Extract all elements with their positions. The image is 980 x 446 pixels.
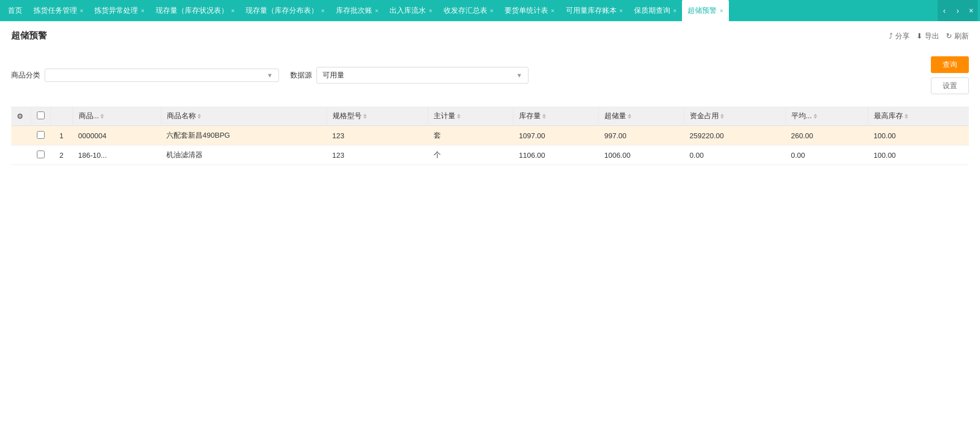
nav-item-2[interactable]: 拣货异常处理 × (89, 0, 150, 21)
capital-sort-icon (720, 114, 724, 119)
row-avg-1: 0.00 (785, 146, 868, 165)
nav-item-0[interactable]: 首页 (2, 0, 28, 21)
refresh-label: 刷新 (954, 31, 969, 41)
row-check-1 (31, 146, 50, 165)
nav-item-3[interactable]: 现存量（库存状况表） × (150, 0, 240, 21)
export-label: 导出 (925, 31, 939, 41)
row-spec-1: 123 (326, 146, 428, 165)
nav-item-6[interactable]: 出入库流水 × (384, 0, 438, 21)
max-stock-column-header[interactable]: 最高库存 (868, 106, 969, 126)
row-spec-0: 123 (326, 126, 428, 146)
table-row: 1 0000004 六配套新昌490BPG 123 套 1097.00 997.… (11, 126, 969, 146)
datasource-arrow-icon: ▼ (516, 72, 522, 79)
row-check-0 (31, 126, 50, 146)
max-stock-sort-icon (905, 114, 908, 119)
share-label: 分享 (895, 31, 910, 41)
product-name-sort-icon (198, 114, 201, 119)
nav-close-4[interactable]: × (321, 7, 324, 14)
category-filter: 商品分类 ▼ (11, 69, 279, 82)
unit-sort-icon (457, 114, 460, 119)
product-code-sort-icon (100, 114, 104, 119)
table-row: 2 186-10... 机油滤清器 123 个 1106.00 1006.00 … (11, 146, 969, 165)
row-capital-0: 259220.00 (684, 126, 786, 146)
overstock-column-header[interactable]: 超储量 (599, 106, 684, 126)
unit-column-header[interactable]: 主计量 (428, 106, 513, 126)
share-icon: ⤴ (889, 32, 893, 40)
row-unit-0: 套 (428, 126, 513, 146)
nav-close-arrow[interactable]: × (964, 0, 978, 21)
row-overstock-1: 1006.00 (599, 146, 684, 165)
nav-next-arrow[interactable]: › (951, 0, 964, 21)
row-capital-1: 0.00 (684, 146, 786, 165)
select-all-checkbox[interactable] (37, 112, 45, 119)
nav-close-10[interactable]: × (673, 7, 676, 14)
share-button[interactable]: ⤴ 分享 (889, 31, 910, 41)
query-button[interactable]: 查询 (931, 56, 969, 73)
row-product-name-1: 机油滤清器 (161, 146, 326, 165)
product-name-column-header[interactable]: 商品名称 (161, 106, 326, 126)
row-unit-1: 个 (428, 146, 513, 165)
datasource-select[interactable]: 可用量 ▼ (316, 67, 529, 84)
nav-close-5[interactable]: × (375, 7, 378, 14)
avg-sort-icon (814, 114, 817, 119)
page-header: 超储预警 ⤴ 分享 ⬇ 导出 ↻ 刷新 (11, 30, 969, 42)
category-select[interactable]: ▼ (45, 69, 279, 82)
nav-item-11[interactable]: 超储预警 × (682, 0, 728, 21)
row-max-stock-0: 100.00 (868, 126, 969, 146)
num-column-header (50, 106, 73, 126)
export-icon: ⬇ (916, 32, 923, 40)
capital-column-header[interactable]: 资金占用 (684, 106, 786, 126)
nav-item-5[interactable]: 库存批次账 × (330, 0, 384, 21)
row-num-0: 1 (50, 126, 73, 146)
nav-item-7[interactable]: 收发存汇总表 × (438, 0, 499, 21)
top-nav: 首页拣货任务管理 ×拣货异常处理 ×现存量（库存状况表） ×现存量（库存分布表）… (0, 0, 980, 21)
overstock-sort-icon (628, 114, 631, 119)
nav-close-3[interactable]: × (231, 7, 234, 14)
check-column-header (31, 106, 50, 126)
header-actions: ⤴ 分享 ⬇ 导出 ↻ 刷新 (889, 31, 969, 41)
row-gear-1[interactable] (11, 146, 31, 165)
refresh-button[interactable]: ↻ 刷新 (946, 31, 969, 41)
spec-column-header[interactable]: 规格型号 (326, 106, 428, 126)
page-title: 超储预警 (11, 30, 47, 42)
nav-close-1[interactable]: × (80, 7, 83, 14)
row-avg-0: 260.00 (785, 126, 868, 146)
datasource-value: 可用量 (323, 70, 344, 80)
nav-arrows: ‹ › × (938, 0, 978, 21)
data-table: ⚙ 商品... 商品名称 (11, 106, 969, 165)
category-arrow-icon: ▼ (267, 72, 273, 79)
row-checkbox-1[interactable] (37, 151, 45, 158)
avg-column-header[interactable]: 平均... (785, 106, 868, 126)
gear-column-header[interactable]: ⚙ (11, 106, 31, 126)
nav-item-9[interactable]: 可用量库存账本 × (560, 0, 628, 21)
nav-close-6[interactable]: × (429, 7, 432, 14)
nav-close-9[interactable]: × (619, 7, 623, 14)
nav-close-7[interactable]: × (490, 7, 493, 14)
stock-column-header[interactable]: 库存量 (513, 106, 599, 126)
spec-sort-icon (363, 114, 367, 119)
row-product-code-0: 0000004 (73, 126, 161, 146)
datasource-filter: 数据源 可用量 ▼ (290, 67, 529, 84)
gear-icon: ⚙ (17, 112, 23, 120)
datasource-label: 数据源 (290, 70, 312, 80)
nav-item-4[interactable]: 现存量（库存分布表） × (240, 0, 330, 21)
nav-item-1[interactable]: 拣货任务管理 × (28, 0, 89, 21)
row-product-name-0: 六配套新昌490BPG (161, 126, 326, 146)
nav-item-8[interactable]: 要货单统计表 × (499, 0, 560, 21)
export-button[interactable]: ⬇ 导出 (916, 31, 939, 41)
row-max-stock-1: 100.00 (868, 146, 969, 165)
row-product-code-1: 186-10... (73, 146, 161, 165)
row-gear-0[interactable] (11, 126, 31, 146)
nav-prev-arrow[interactable]: ‹ (938, 0, 951, 21)
nav-close-11[interactable]: × (719, 7, 723, 14)
row-num-1: 2 (50, 146, 73, 165)
settings-button[interactable]: 设置 (931, 77, 969, 94)
nav-close-8[interactable]: × (551, 7, 554, 14)
stock-sort-icon (542, 114, 546, 119)
nav-close-2[interactable]: × (141, 7, 144, 14)
row-checkbox-0[interactable] (37, 131, 45, 139)
nav-item-10[interactable]: 保质期查询 × (628, 0, 682, 21)
category-label: 商品分类 (11, 70, 40, 80)
product-code-column-header[interactable]: 商品... (73, 106, 161, 126)
row-overstock-0: 997.00 (599, 126, 684, 146)
